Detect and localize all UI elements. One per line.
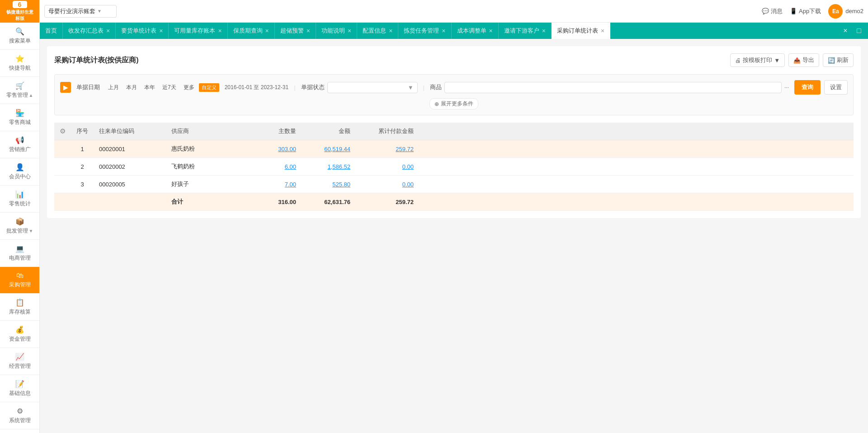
row-qty[interactable]: 7.00 [256, 176, 302, 193]
row-paid[interactable]: 0.00 [356, 158, 419, 176]
tab-close-icon[interactable]: × [542, 28, 546, 34]
tab-expiry-query-label: 保质期查询 [233, 27, 263, 35]
sidebar-item-inventory[interactable]: 📋 库存核算 [0, 294, 39, 321]
expand-more-button[interactable]: ⊕ 展开更多条件 [429, 98, 478, 109]
tab-function-desc[interactable]: 功能说明 × [316, 23, 357, 39]
more-filters-button[interactable]: ··· [784, 84, 789, 90]
operation-icon: 📈 [15, 352, 24, 361]
settings-button[interactable]: 设置 [824, 80, 848, 95]
sidebar-item-retail-shop[interactable]: 🏪 零售商城 [0, 104, 39, 131]
sidebar-item-system[interactable]: ⚙ 系统管理 [0, 402, 39, 429]
page-actions: 🖨 按模板打印 ▼ 📤 导出 🔄 刷新 [730, 53, 854, 67]
sidebar-item-purchase[interactable]: 🛍 采购管理 [0, 267, 39, 294]
date-this-year[interactable]: 本年 [142, 83, 158, 92]
app-name: 畅捷通好生意 [6, 9, 33, 15]
col-amount-header: 金额 [302, 123, 356, 140]
date-custom-badge[interactable]: 自定义 [199, 83, 219, 92]
tab-invite-customer[interactable]: 邀请下游客户 × [499, 23, 552, 39]
sidebar-item-retail-stat[interactable]: 📊 零售统计 [0, 186, 39, 213]
col-code-header: 往来单位编码 [94, 123, 166, 140]
export-button[interactable]: 📤 导出 [788, 53, 819, 67]
date-range-text: 2016-01-01 至 2023-12-31 [225, 84, 288, 91]
table-row[interactable]: 3 00020005 好孩子 7.00 525.80 0.00 [54, 176, 854, 193]
tab-close-icon[interactable]: × [218, 28, 222, 34]
sidebar-item-quicknav[interactable]: ⭐ 快捷导航 [0, 50, 39, 77]
tab-stock-summary[interactable]: 收发存汇总表 × [63, 23, 116, 39]
tab-close-icon[interactable]: × [106, 28, 110, 34]
tab-close-icon[interactable]: × [389, 28, 392, 34]
tab-close-icon[interactable]: × [442, 28, 445, 34]
date-last-month[interactable]: 上月 [105, 83, 122, 92]
tab-cost-adjust[interactable]: 成本调整单 × [452, 23, 499, 39]
tab-pick-task[interactable]: 拣货任务管理 × [398, 23, 451, 39]
sidebar-item-enterprise[interactable]: 🤝 企业协同 [0, 429, 39, 433]
sidebar-item-finance-label: 资金管理 [9, 335, 31, 343]
col-settings-icon[interactable]: ⚙ [60, 127, 66, 135]
tab-purchase-order-stat-label: 采购订单统计表 [557, 27, 598, 35]
account-dropdown[interactable]: 母婴行业演示账套 ▼ [44, 5, 117, 18]
app-download-button[interactable]: 📱 App下载 [790, 7, 821, 15]
page-card: 采购订单统计表(按供应商) 🖨 按模板打印 ▼ 📤 导出 🔄 刷新 [47, 46, 861, 218]
goods-input[interactable] [444, 82, 782, 93]
table-row[interactable]: 1 00020001 惠氏奶粉 303.00 60,519.44 259.72 [54, 140, 854, 158]
tab-close-all-button[interactable]: × [840, 25, 851, 36]
sidebar-item-operation[interactable]: 📈 经营管理 [0, 348, 39, 375]
date-more[interactable]: 更多 [181, 83, 197, 92]
row-code: 00020002 [94, 158, 166, 176]
search-icon: 🔍 [15, 27, 24, 36]
tab-config-label: 配置信息 [363, 27, 386, 35]
tab-close-icon[interactable]: × [159, 28, 163, 34]
sidebar-item-retail[interactable]: 🛒 零售管理 ▲ [0, 77, 39, 104]
tab-home[interactable]: 首页 [40, 23, 63, 39]
tab-restore-button[interactable]: □ [854, 25, 864, 36]
logo-icon: 6 [13, 1, 27, 8]
row-amount[interactable]: 1,586.52 [302, 158, 356, 176]
date-last-7-days[interactable]: 近7天 [160, 83, 179, 92]
row-amount[interactable]: 525.80 [302, 176, 356, 193]
tab-purchase-order-stat[interactable]: 采购订单统计表 × [552, 23, 610, 39]
status-select[interactable]: ▼ [327, 82, 418, 93]
date-this-month[interactable]: 本月 [123, 83, 140, 92]
tab-config[interactable]: 配置信息 × [357, 23, 398, 39]
tab-overstock-alert[interactable]: 超储预警 × [275, 23, 316, 39]
sidebar-item-ecommerce[interactable]: 💻 电商管理 [0, 240, 39, 267]
query-button[interactable]: 查询 [794, 80, 821, 95]
sidebar-item-marketing[interactable]: 📢 营销推广 [0, 131, 39, 158]
message-button[interactable]: 💬 消息 [762, 7, 783, 15]
filter-toggle-button[interactable]: ▶ [60, 82, 71, 93]
row-paid[interactable]: 0.00 [356, 176, 419, 193]
row-supplier: 飞鹤奶粉 [166, 158, 256, 176]
tab-cost-adjust-label: 成本调整单 [457, 27, 486, 35]
tab-bar: 首页 收发存汇总表 × 要货单统计表 × 可用量库存账本 × 保质期查询 × 超… [40, 23, 868, 39]
user-menu-button[interactable]: Ea demo2 [828, 4, 863, 19]
inventory-icon: 📋 [15, 298, 24, 307]
refresh-button[interactable]: 🔄 刷新 [823, 53, 854, 67]
sidebar-item-wholesale[interactable]: 📦 批发管理 ▼ [0, 213, 39, 240]
sidebar-item-search[interactable]: 🔍 搜索菜单 [0, 23, 39, 50]
row-settings-cell [54, 158, 71, 176]
tab-close-icon[interactable]: × [489, 28, 493, 34]
tab-close-icon[interactable]: × [307, 28, 310, 34]
row-paid[interactable]: 259.72 [356, 140, 419, 158]
row-amount[interactable]: 60,519.44 [302, 140, 356, 158]
sidebar-item-basic[interactable]: 📝 基础信息 [0, 375, 39, 402]
tab-active-close-icon[interactable]: × [601, 28, 604, 34]
tab-available-inventory[interactable]: 可用量库存账本 × [169, 23, 227, 39]
row-qty[interactable]: 303.00 [256, 140, 302, 158]
export-label: 导出 [802, 56, 814, 64]
print-button[interactable]: 🖨 按模板打印 ▼ [730, 53, 785, 67]
tab-close-icon[interactable]: × [265, 28, 269, 34]
row-qty[interactable]: 6.00 [256, 158, 302, 176]
table-footer: 合计 316.00 62,631.76 259.72 [54, 193, 854, 211]
avatar: Ea [828, 4, 843, 19]
star-icon: ⭐ [15, 54, 24, 63]
tab-close-icon[interactable]: × [348, 28, 351, 34]
tab-expiry-query[interactable]: 保质期查询 × [228, 23, 275, 39]
main-content: 母婴行业演示账套 ▼ 💬 消息 📱 App下载 Ea demo2 首页 收发存汇… [40, 0, 868, 433]
sidebar-item-member[interactable]: 👤 会员中心 [0, 158, 39, 186]
tab-purchase-stat[interactable]: 要货单统计表 × [116, 23, 169, 39]
table-row[interactable]: 2 00020002 飞鹤奶粉 6.00 1,586.52 0.00 [54, 158, 854, 176]
sidebar-item-system-label: 系统管理 [9, 417, 31, 424]
sidebar-item-finance[interactable]: 💰 资金管理 [0, 321, 39, 348]
message-icon: 💬 [762, 8, 769, 14]
